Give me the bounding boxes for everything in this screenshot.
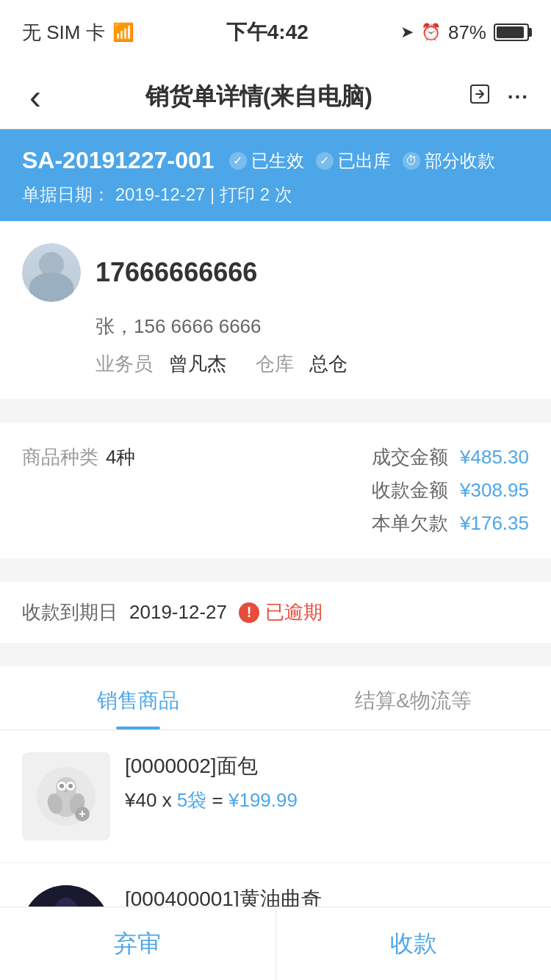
- divider-3: [0, 655, 551, 666]
- tab-sales-products[interactable]: 销售商品: [0, 666, 276, 729]
- cancel-review-button[interactable]: 弃审: [0, 907, 276, 980]
- badge-activated: ✓ 已生效: [229, 149, 304, 173]
- carrier-text: 无 SIM 卡: [22, 20, 105, 46]
- badge-partial: ⏱ 部分收款: [403, 149, 495, 173]
- nav-bar: ‹ 销货单详情(来自电脑) ···: [0, 65, 551, 129]
- product-price-1: ¥40 x 5袋 = ¥199.99: [125, 788, 529, 813]
- battery-text: 87%: [448, 21, 486, 44]
- order-id: SA-20191227-001: [22, 147, 215, 174]
- badge-label-2: 已出库: [338, 149, 391, 173]
- badge-shipped: ✓ 已出库: [316, 149, 391, 173]
- customer-sub: 张，156 6666 6666: [22, 314, 529, 339]
- collected-amount: 收款金额 ¥308.95: [372, 478, 529, 503]
- badge-label-3: 部分收款: [425, 149, 495, 173]
- sales-label: 业务员 曾凡杰: [96, 351, 226, 377]
- overdue-text: 已逾期: [265, 599, 323, 625]
- due-section: 收款到期日 2019-12-27 ! 已逾期: [0, 582, 551, 643]
- stats-section: 商品种类 4种 成交金额 ¥485.30 收款金额 ¥308.95 本单欠款 ¥…: [0, 422, 551, 558]
- date-value: 2019-12-27: [115, 184, 206, 204]
- status-left: 无 SIM 卡 📶: [22, 20, 134, 46]
- avatar: [22, 243, 81, 302]
- status-badges: ✓ 已生效 ✓ 已出库 ⏱ 部分收款: [229, 149, 495, 173]
- overdue-badge: ! 已逾期: [239, 599, 323, 625]
- customer-info: 17666666666: [22, 243, 529, 302]
- product-name-1: [0000002]面包: [125, 752, 529, 780]
- svg-point-6: [60, 784, 64, 788]
- check-icon-2: ✓: [316, 152, 334, 170]
- badge-label-1: 已生效: [251, 149, 304, 173]
- tabs-container: 销售商品 结算&物流等: [0, 666, 551, 730]
- location-icon: ➤: [400, 23, 414, 42]
- status-bar: 无 SIM 卡 📶 下午4:42 ➤ ⏰ 87%: [0, 0, 551, 65]
- status-right: ➤ ⏰ 87%: [400, 21, 529, 44]
- customer-name: 17666666666: [96, 257, 257, 288]
- order-header: SA-20191227-001 ✓ 已生效 ✓ 已出库 ⏱ 部分收款 单据日期：…: [0, 129, 551, 221]
- page-title: 销货单详情(来自电脑): [145, 81, 372, 113]
- sales-name: 曾凡杰: [169, 353, 226, 375]
- check-icon-1: ✓: [229, 152, 247, 170]
- product-types: 商品种类 4种: [22, 444, 135, 470]
- alarm-icon: ⏰: [421, 23, 441, 42]
- warehouse-name: 总仓: [309, 353, 347, 375]
- tab-settlement[interactable]: 结算&物流等: [276, 666, 551, 729]
- back-button[interactable]: ‹: [22, 69, 48, 124]
- divider-2: [0, 570, 551, 582]
- print-info: | 打印 2 次: [210, 184, 292, 204]
- svg-text:+: +: [79, 807, 85, 820]
- collect-button[interactable]: 收款: [276, 907, 552, 980]
- share-icon[interactable]: [469, 84, 490, 109]
- customer-meta: 业务员 曾凡杰 仓库 总仓: [22, 351, 529, 377]
- owed-amount: 本单欠款 ¥176.35: [372, 511, 529, 536]
- date-label: 单据日期：: [22, 184, 110, 204]
- order-date: 单据日期： 2019-12-27 | 打印 2 次: [22, 183, 529, 206]
- more-icon[interactable]: ···: [508, 85, 529, 109]
- warehouse-label: 仓库 总仓: [256, 351, 348, 377]
- product-info-1: [0000002]面包 ¥40 x 5袋 = ¥199.99: [125, 752, 529, 813]
- customer-section: 17666666666 张，156 6666 6666 业务员 曾凡杰 仓库 总…: [0, 221, 551, 399]
- battery-icon: [494, 24, 529, 41]
- wifi-icon: 📶: [112, 22, 134, 43]
- amounts: 成交金额 ¥485.30 收款金额 ¥308.95 本单欠款 ¥176.35: [372, 444, 529, 536]
- product-item: + [0000002]面包 ¥40 x 5袋 = ¥199.99: [0, 730, 551, 863]
- bottom-actions: 弃审 收款: [0, 907, 551, 980]
- tabs: 销售商品 结算&物流等: [0, 666, 551, 729]
- nav-actions: ···: [469, 84, 529, 109]
- product-thumbnail-1: +: [22, 752, 110, 840]
- deal-amount: 成交金额 ¥485.30: [372, 444, 529, 470]
- svg-point-7: [68, 784, 73, 788]
- overdue-icon: !: [239, 602, 259, 623]
- clock-icon: ⏱: [403, 152, 420, 170]
- status-time: 下午4:42: [226, 18, 309, 46]
- divider-1: [0, 411, 551, 422]
